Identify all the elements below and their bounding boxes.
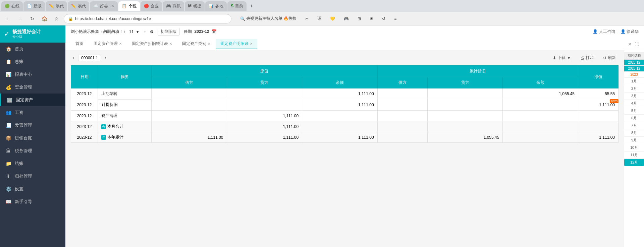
browser-tab-geshui[interactable]: 📋 个税 bbox=[118, 1, 140, 11]
download-label: 下载 bbox=[557, 55, 566, 61]
download-btn[interactable]: ⬇ 下载 ▼ bbox=[550, 54, 574, 62]
grid-btn[interactable]: ⊞ bbox=[355, 16, 364, 22]
sidebar-item-inventory[interactable]: 📦 进销台账 bbox=[0, 132, 65, 144]
tab-label: 新版 bbox=[34, 3, 42, 9]
reload-button[interactable]: ↻ bbox=[28, 14, 37, 23]
period-month-12[interactable]: 12月 bbox=[624, 159, 644, 166]
period-year-2023[interactable]: 2023 bbox=[624, 72, 644, 78]
sidebar-item-funds[interactable]: 💰 资金管理 bbox=[0, 81, 65, 94]
bookmark-button[interactable]: ☆ bbox=[52, 14, 61, 23]
action-buttons: ⬇ 下载 ▼ 🖨 打印 ↺ 刷新 bbox=[550, 54, 619, 62]
calendar-icon[interactable]: 📅 bbox=[212, 29, 217, 34]
close-tab-detail[interactable]: ✕ bbox=[250, 42, 253, 46]
app-logo[interactable]: ✓ 畅捷通好会计 专业版 bbox=[0, 25, 65, 43]
browser-tab-haohui[interactable]: ☁️ 好会 ✕ bbox=[90, 1, 118, 11]
th-orig-balance: 余额 bbox=[302, 77, 378, 88]
period-month-2[interactable]: 2月 bbox=[624, 85, 644, 92]
sun-btn[interactable]: ☀ bbox=[367, 16, 376, 22]
expand-tab-btn[interactable]: ⛶ bbox=[635, 42, 639, 47]
period-month-9[interactable]: 9月 bbox=[624, 137, 644, 144]
refresh-btn[interactable]: ↺ 刷新 bbox=[600, 54, 619, 62]
row5-dep-balance bbox=[503, 132, 578, 143]
page-tab-assets-category[interactable]: 固定资产类别 ✕ bbox=[177, 39, 215, 49]
sidebar-item-archive[interactable]: 🗄 归档管理 bbox=[0, 170, 65, 183]
sidebar-label-reports: 报表中心 bbox=[15, 71, 32, 77]
menu-btn[interactable]: ≡ bbox=[391, 16, 399, 22]
prev-page-btn[interactable]: ‹ bbox=[71, 55, 76, 61]
page-tab-assets-detail[interactable]: 固定资产明细账 ✕ bbox=[216, 39, 257, 49]
forward-button[interactable]: → bbox=[15, 14, 25, 23]
browser-tab-new[interactable]: 📄 新版 bbox=[23, 1, 45, 11]
sidebar-item-salary[interactable]: 👥 工资 bbox=[0, 106, 65, 119]
page-tab-home[interactable]: 首页 bbox=[71, 39, 88, 49]
th-dep-credit: 贷方 bbox=[427, 77, 503, 88]
sidebar-item-tax[interactable]: 🏛 税务管理 bbox=[0, 144, 65, 157]
sidebar-item-invoice[interactable]: 🧾 发票管理 bbox=[0, 119, 65, 132]
period-label: 账期 2023-12 📅 bbox=[184, 29, 217, 35]
minimize-tab-btn[interactable]: ✕ bbox=[628, 42, 632, 47]
period-month-3[interactable]: 3月 bbox=[624, 92, 644, 100]
subtotal-icon: 合 bbox=[101, 124, 106, 129]
scissors-btn[interactable]: ✂ bbox=[303, 16, 311, 22]
address-input[interactable]: 🔒 https://cloud.chanjet.com/accounting/u… bbox=[64, 14, 231, 23]
page-tab-depreciation-stat[interactable]: 固定资产折旧统计表 ✕ bbox=[127, 39, 177, 49]
sidebar-item-ledger[interactable]: 📋 总账 bbox=[0, 55, 65, 68]
period-date-end[interactable]: 2023.12 bbox=[624, 66, 644, 72]
game-btn[interactable]: 🎮 bbox=[341, 16, 352, 22]
next-page-btn[interactable]: › bbox=[103, 55, 108, 61]
account-selector[interactable]: 刘小艳演示账套（勿删勿动！） 11 ▼ bbox=[71, 29, 140, 35]
wallet-btn[interactable]: 💛 bbox=[327, 16, 338, 22]
sidebar-item-reports[interactable]: 📊 报表中心 bbox=[0, 68, 65, 81]
browser-tab-gedi[interactable]: 📊 各地 bbox=[205, 1, 227, 11]
tab-close-haohui[interactable]: ✕ bbox=[111, 4, 114, 8]
content-main: ‹ 000001 1 › ⬇ 下载 ▼ 🖨 打印 bbox=[65, 50, 624, 247]
sidebar-item-assets[interactable]: 🏢 固定资产 bbox=[0, 94, 65, 106]
browser-tab-yidai1[interactable]: ✏️ 易代 bbox=[46, 1, 67, 11]
row1-dep-balance: 1,055.45 bbox=[503, 88, 578, 99]
period-month-1[interactable]: 1月 bbox=[624, 78, 644, 85]
period-month-4[interactable]: 4月 bbox=[624, 100, 644, 107]
period-month-7[interactable]: 7月 bbox=[624, 122, 644, 129]
row3-orig-credit: 1,111.00 bbox=[227, 111, 302, 121]
sidebar-item-settings[interactable]: ⚙️ 设置 bbox=[0, 183, 65, 195]
translate-btn[interactable]: 译 bbox=[315, 15, 324, 22]
period-month-10[interactable]: 10月 bbox=[624, 144, 644, 151]
close-tab-dep-stat[interactable]: ✕ bbox=[169, 42, 172, 46]
row5-orig-balance: 1,111.00 bbox=[302, 132, 378, 143]
period-month-8[interactable]: 8月 bbox=[624, 129, 644, 137]
period-month-11[interactable]: 11月 bbox=[624, 151, 644, 159]
browser-tab-yidai2[interactable]: ✏️ 易代 bbox=[68, 1, 89, 11]
sidebar-item-home[interactable]: 🏠 首页 bbox=[0, 43, 65, 55]
user-avatar[interactable]: 👤 徐译华 bbox=[621, 29, 639, 35]
table-row: 2023-12 资产清理 1,111.00 bbox=[71, 111, 619, 121]
browser-tab-changjie[interactable]: M 畅捷 bbox=[185, 1, 205, 11]
browser-tab-muqian[interactable]: S 目前 bbox=[227, 1, 247, 11]
home-button[interactable]: 🏠 bbox=[40, 14, 49, 23]
switch-version-btn[interactable]: 切到旧版 bbox=[158, 28, 180, 36]
browser-tab-qiye[interactable]: 🔴 企业 bbox=[141, 1, 162, 11]
page-tab-assets-mgmt[interactable]: 固定资产管理 ✕ bbox=[89, 39, 126, 49]
browser-tab-tencent[interactable]: 🎮 腾讯 bbox=[163, 1, 184, 11]
sidebar-item-closing[interactable]: 📁 结账 bbox=[0, 157, 65, 170]
tab-favicon: 🟢 bbox=[5, 4, 10, 8]
period-date-start[interactable]: 2023.12 bbox=[624, 60, 644, 66]
close-tab-category[interactable]: ✕ bbox=[208, 42, 210, 46]
period-month-5[interactable]: 5月 bbox=[624, 107, 644, 115]
new-tab-button[interactable]: + bbox=[247, 2, 256, 10]
settings-icon-top[interactable]: ⚙ bbox=[150, 29, 154, 34]
page-tab-label-dep-stat: 固定资产折旧统计表 bbox=[132, 41, 168, 47]
page-number[interactable]: 000001 1 bbox=[78, 55, 101, 61]
browser-tab-online[interactable]: 🟢 在线 bbox=[1, 1, 23, 11]
sidebar-label-archive: 归档管理 bbox=[15, 173, 32, 179]
sidebar-item-guide[interactable]: 📖 新手引导 bbox=[0, 195, 65, 208]
period-month-6[interactable]: 6月 bbox=[624, 115, 644, 122]
history-btn[interactable]: ↺ bbox=[379, 16, 388, 22]
print-btn[interactable]: 🖨 打印 bbox=[578, 54, 596, 62]
row2-dep-credit bbox=[427, 99, 503, 111]
close-tab-assets-mgmt[interactable]: ✕ bbox=[119, 42, 122, 46]
page-tab-label-category: 固定资产类别 bbox=[182, 41, 206, 47]
search-bar[interactable]: 🔍 央视更新主持人名单 🔥热搜 bbox=[237, 15, 299, 22]
assistant-btn[interactable]: 👤 人工咨询 bbox=[593, 29, 615, 35]
logo-icon: ✓ bbox=[4, 30, 10, 38]
back-button[interactable]: ← bbox=[3, 14, 13, 23]
